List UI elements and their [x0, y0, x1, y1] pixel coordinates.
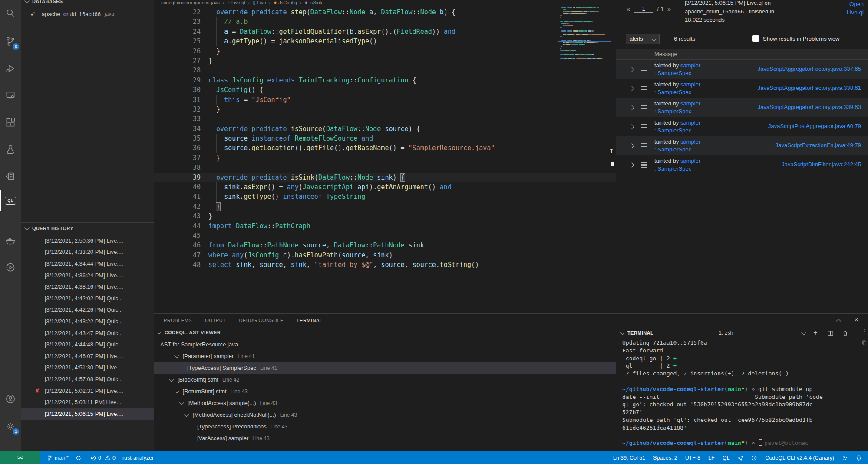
code-line[interactable]: 29class JsConfig extends TaintTracking::… — [154, 76, 616, 85]
chevron-down-icon[interactable] — [801, 330, 806, 335]
code-line[interactable]: 35 source instanceof RemoteFlowSource an… — [154, 134, 616, 143]
code-line[interactable]: 31 this = "JsConfig" — [154, 95, 616, 105]
codeql-icon[interactable]: QL — [0, 190, 21, 211]
panel-close-icon[interactable]: × — [854, 316, 858, 324]
docker-icon[interactable] — [0, 230, 21, 251]
result-row[interactable]: tainted by sampler: SamplerSpecJavaScrip… — [616, 117, 868, 136]
breadcrumb-item[interactable]: Live — [257, 0, 266, 5]
code-line[interactable]: 23 // a.b — [154, 17, 616, 26]
code-line[interactable]: 45 — [154, 231, 616, 240]
result-row[interactable]: tainted by sampler: SamplerSpecJavaScrip… — [616, 155, 868, 174]
path-list-icon[interactable] — [641, 67, 647, 72]
result-element-link[interactable]: sampler — [680, 158, 700, 164]
result-type-link[interactable]: : SamplerSpec — [654, 127, 691, 134]
code-line[interactable]: 43} — [154, 211, 616, 221]
result-row[interactable]: tainted by sampler: SamplerSpecJavaScrip… — [616, 98, 868, 117]
results-filter-select[interactable]: alerts — [626, 34, 660, 44]
open-query-link[interactable]: Open Live.ql — [847, 0, 864, 16]
result-row[interactable]: tainted by sampler: SamplerSpecJavaScrip… — [616, 60, 868, 79]
result-location-link[interactable]: JavaScriptExtractionFn.java:49:79 — [776, 142, 861, 148]
run-debug-icon[interactable] — [0, 58, 21, 79]
code-line[interactable]: 36 source.getLocation().getFile().getBas… — [154, 143, 616, 153]
breadcrumb-item[interactable]: isSink — [310, 0, 322, 5]
breadcrumb[interactable]: codeql-custom-queries-java›≡Live.ql›{}Li… — [154, 0, 616, 6]
code-line[interactable]: 42 } — [154, 202, 616, 211]
result-row[interactable]: tainted by sampler: SamplerSpecJavaScrip… — [616, 136, 868, 155]
query-history-item[interactable]: [3/12/2021, 4:33:20 PM] Live.... — [21, 247, 154, 258]
result-type-link[interactable]: : SamplerSpec — [654, 108, 691, 115]
sync-button[interactable] — [76, 455, 83, 461]
search-icon[interactable] — [0, 3, 21, 23]
ast-tree-item[interactable]: [TypeAccess] PreconditionsLine 43 — [154, 421, 616, 432]
next-page-button[interactable]: » — [667, 5, 671, 13]
ast-tree-item[interactable]: [TypeAccess] SamplerSpecLine 41 — [154, 362, 616, 374]
ast-tree-item[interactable]: [ReturnStmt] stmtLine 43 — [154, 385, 616, 397]
query-history-item[interactable]: [3/12/2021, 4:43:22 PM] Quic... — [21, 316, 154, 327]
code-line[interactable]: 37 } — [154, 153, 616, 163]
chevron-right-icon[interactable]: › — [861, 327, 868, 334]
git-branch-status[interactable]: main* — [47, 455, 69, 461]
query-history-item[interactable]: [3/12/2021, 4:36:24 PM] Live.... — [21, 270, 154, 281]
split-terminal-button[interactable] — [825, 328, 835, 338]
ast-tree-item[interactable]: [BlockStmt] stmtLine 42 — [154, 374, 616, 385]
query-history-item[interactable]: ✘[3/12/2021, 5:02:31 PM] Live.... — [21, 385, 154, 397]
new-terminal-button[interactable]: + — [811, 328, 820, 338]
breadcrumb-item[interactable]: JsConfig — [278, 0, 297, 5]
result-element-link[interactable]: sampler — [680, 62, 700, 69]
minimap[interactable] — [560, 7, 609, 285]
code-line[interactable]: 46from DataFlow::PathNode source, DataFl… — [154, 240, 616, 250]
feedback-icon[interactable] — [737, 455, 743, 461]
path-list-icon[interactable] — [641, 162, 647, 168]
kill-terminal-button[interactable] — [840, 328, 850, 338]
problems-view-checkbox[interactable] — [752, 35, 759, 42]
info-icon[interactable] — [751, 455, 757, 461]
person-add-icon[interactable] — [842, 455, 848, 461]
panel-tab-terminal[interactable]: TERMINAL — [296, 315, 323, 326]
code-line[interactable]: 41 sink.getType() instanceof TypeString — [154, 192, 616, 201]
query-history-item[interactable]: [3/12/2021, 4:44:48 PM] Quic... — [21, 339, 154, 350]
query-history-icon[interactable] — [0, 166, 21, 187]
code-line[interactable]: 40 sink.asExpr() = any(JavascriptApi api… — [154, 182, 616, 192]
code-line[interactable]: 24 a = DataFlow::getFieldQualifier(b.asE… — [154, 27, 616, 36]
indentation-setting[interactable]: Spaces: 2 — [653, 455, 677, 461]
databases-section-header[interactable]: DATABASES — [21, 0, 154, 7]
path-list-icon[interactable] — [641, 143, 647, 149]
path-list-icon[interactable] — [641, 86, 647, 92]
ast-tree-item[interactable]: [Parameter] samplerLine 41 — [154, 350, 616, 362]
query-history-item[interactable]: [3/12/2021, 4:57:08 PM] Quic... — [21, 373, 154, 385]
expand-chevron-icon[interactable] — [630, 66, 634, 72]
result-type-link[interactable]: : SamplerSpec — [654, 146, 691, 153]
rust-analyzer-status[interactable]: rust-analyzer — [122, 455, 154, 461]
query-history-header[interactable]: QUERY HISTORY — [21, 222, 154, 234]
path-list-icon[interactable] — [641, 105, 647, 111]
terminal-output[interactable]: Updating 721aa10..5715f0aFast-forward co… — [616, 339, 861, 451]
run-circle-icon[interactable] — [0, 257, 21, 278]
remote-explorer-icon[interactable] — [0, 85, 21, 106]
result-location-link[interactable]: JavaScriptDimFilter.java:242:45 — [782, 161, 861, 168]
query-history-item[interactable]: [3/12/2021, 5:03:11 PM] Live.... — [21, 396, 154, 408]
code-line[interactable]: 38 — [154, 163, 616, 172]
ast-viewer-header[interactable]: CODEQL: AST VIEWER — [154, 327, 616, 338]
editor[interactable]: codeql-custom-queries-java›≡Live.ql›{}Li… — [154, 0, 616, 313]
result-element-link[interactable]: sampler — [680, 100, 700, 107]
chevron-down-icon[interactable] — [174, 353, 179, 358]
expand-chevron-icon[interactable] — [630, 123, 634, 130]
chevron-down-icon[interactable] — [184, 411, 189, 416]
query-history-item[interactable]: [3/12/2021, 5:06:15 PM] Live.... — [21, 408, 154, 420]
code-line[interactable]: 33 — [154, 114, 616, 124]
expand-chevron-icon[interactable] — [630, 104, 634, 111]
expand-chevron-icon[interactable] — [630, 142, 634, 149]
code-line[interactable]: 25 a.getType() = jacksonDeserialisedType… — [154, 36, 616, 46]
code-line[interactable]: 22 override predicate step(DataFlow::Nod… — [154, 7, 616, 17]
query-history-item[interactable]: [3/12/2021, 4:42:02 PM] Quic... — [21, 293, 154, 304]
ast-tree-item[interactable]: [VarAccess] samplerLine 43 — [154, 432, 616, 444]
code-line[interactable]: 48select sink, source, sink, "tainted by… — [154, 260, 616, 270]
settings-gear-icon[interactable]: 1 — [0, 416, 21, 437]
panel-tab-debug-console[interactable]: DEBUG CONSOLE — [238, 315, 284, 326]
result-element-link[interactable]: sampler — [680, 138, 700, 145]
code-line[interactable]: 26 } — [154, 46, 616, 56]
query-history-item[interactable]: [3/12/2021, 4:43:47 PM] Quic... — [21, 327, 154, 339]
code-line[interactable]: 28 — [154, 66, 616, 75]
query-history-item[interactable]: [3/12/2021, 4:51:30 PM] Live.... — [21, 362, 154, 374]
account-icon[interactable] — [0, 388, 21, 409]
